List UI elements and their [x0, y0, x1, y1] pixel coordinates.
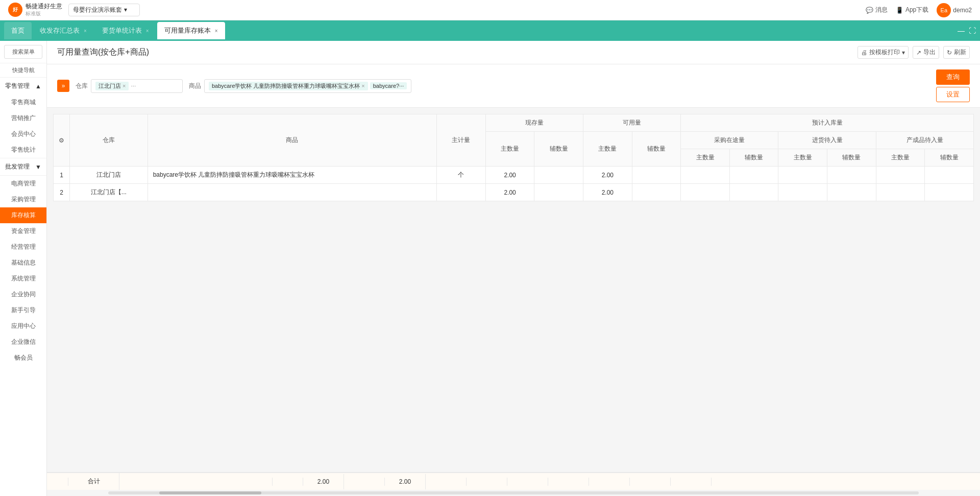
col-warehouse-header: 仓库 [70, 114, 148, 167]
sidebar-item-inventory[interactable]: 库存核算 [0, 207, 46, 223]
msg-button[interactable]: 💬 消息 [866, 6, 888, 14]
tab-available-stock[interactable]: 可用量库存账本 × [157, 22, 225, 39]
main-layout: 搜索菜单 快捷导航 零售管理 ▲ 零售商城 营销推广 会员中心 零售统计 批发管… [0, 41, 980, 496]
warehouse-tag: 江北门店 × [95, 82, 129, 90]
refresh-icon: ↻ [947, 49, 952, 56]
maximize-icon[interactable]: ⛶ [969, 27, 976, 35]
table-area: ⚙ 仓库 商品 主计量 现存量 可用量 预计入库量 主数量 辅数量 主数量 辅数… [47, 108, 980, 472]
logo-area: 好 畅捷通好生意 标准版 [8, 3, 62, 17]
scrollbar[interactable] [47, 490, 980, 496]
footer-cell [119, 478, 273, 486]
cell-purchase-aux [729, 167, 778, 184]
user-menu[interactable]: Ea demo2 [937, 3, 972, 17]
remove-product-tag1[interactable]: × [361, 83, 364, 89]
filter-toggle-button[interactable]: » [57, 80, 69, 92]
col-settings-header[interactable]: ⚙ [54, 114, 70, 167]
footer-cell [467, 478, 507, 486]
page-actions: 🖨 按模板打印 ▾ ↗ 导出 ↻ 刷新 [857, 46, 970, 59]
col-purchase-group-header: 采购在途量 [681, 132, 778, 149]
sidebar-group-wholesale-header[interactable]: 批发管理 ▼ [0, 158, 46, 175]
cell-avail-main: 2.00 [583, 184, 632, 201]
sidebar-item-newbie[interactable]: 新手引导 [0, 302, 46, 318]
sidebar-group-wholesale: 批发管理 ▼ [0, 158, 46, 176]
cell-incoming-main [778, 184, 827, 201]
store-selector[interactable]: 母婴行业演示账套 ▾ [68, 4, 140, 16]
product-filter: 商品 babycare学饮杯 儿童防摔防撞吸管杯重力球吸嘴杯宝宝水杯 × bab… [189, 79, 411, 93]
print-icon: 🖨 [861, 49, 867, 56]
cell-avail-main: 2.00 [583, 167, 632, 184]
cell-incoming-aux [827, 167, 876, 184]
sidebar-item-retail-stats[interactable]: 零售统计 [0, 142, 46, 158]
tab-order-stats[interactable]: 要货单统计表 × [95, 22, 156, 39]
cell-stock-aux [534, 184, 583, 201]
sidebar-item-quick-nav[interactable]: 快捷导航 [0, 63, 46, 78]
close-tab2-icon[interactable]: × [146, 28, 149, 34]
sidebar-item-system[interactable]: 系统管理 [0, 271, 46, 287]
sidebar-item-finance[interactable]: 资金管理 [0, 223, 46, 239]
cell-purchase-aux [729, 184, 778, 201]
footer-cell [630, 478, 671, 486]
sidebar-group-retail: 零售管理 ▲ 零售商城 营销推广 会员中心 零售统计 [0, 78, 46, 158]
refresh-button[interactable]: ↻ 刷新 [943, 46, 970, 59]
query-button[interactable]: 查询 [936, 69, 970, 85]
export-button[interactable]: ↗ 导出 [913, 46, 939, 59]
sidebar: 搜索菜单 快捷导航 零售管理 ▲ 零售商城 营销推广 会员中心 零售统计 批发管… [0, 41, 47, 496]
table-row: 2 江北门店【... 2.00 2.00 [54, 184, 974, 201]
close-tab3-icon[interactable]: × [215, 28, 218, 34]
sidebar-item-member2[interactable]: 畅会员 [0, 350, 46, 366]
col-avail-main-header: 主数量 [583, 132, 632, 167]
col-avail-aux-header: 辅数量 [632, 132, 681, 167]
cell-warehouse: 江北门店【... [70, 184, 148, 201]
cell-prod-main [876, 167, 925, 184]
content-area: 可用量查询(按仓库+商品) 🖨 按模板打印 ▾ ↗ 导出 ↻ 刷新 » [47, 41, 980, 496]
footer-cell [548, 478, 589, 486]
col-prod-aux-header: 辅数量 [925, 149, 974, 167]
sidebar-item-purchase[interactable]: 采购管理 [0, 192, 46, 207]
col-projected-header: 预计入库量 [681, 114, 974, 132]
col-prod-main-header: 主数量 [876, 149, 925, 167]
sidebar-group-retail-header[interactable]: 零售管理 ▲ [0, 78, 46, 95]
product-tag1: babycare学饮杯 儿童防摔防撞吸管杯重力球吸嘴杯宝宝水杯 × [209, 82, 368, 90]
logo-text: 畅捷通好生意 [26, 3, 62, 10]
search-menu-button[interactable]: 搜索菜单 [4, 45, 42, 59]
footer-cell [47, 478, 68, 486]
nav-tabs: 首页 收发存汇总表 × 要货单统计表 × 可用量库存账本 × — ⛶ [0, 20, 980, 41]
cell-product [148, 184, 437, 201]
product-input[interactable]: babycare学饮杯 儿童防摔防撞吸管杯重力球吸嘴杯宝宝水杯 × babyca… [204, 79, 411, 93]
warehouse-input[interactable]: 江北门店 × ··· [91, 79, 183, 93]
sidebar-item-marketing[interactable]: 营销推广 [0, 110, 46, 126]
cell-avail-aux [632, 167, 681, 184]
cell-index: 1 [54, 167, 70, 184]
top-bar: 好 畅捷通好生意 标准版 母婴行业演示账套 ▾ 💬 消息 📱 App下载 Ea … [0, 0, 980, 20]
setting-button[interactable]: 设置 [936, 87, 970, 102]
chevron-down-icon: ▾ [902, 49, 905, 56]
scroll-thumb[interactable] [159, 491, 261, 494]
print-button[interactable]: 🖨 按模板打印 ▾ [857, 46, 909, 59]
sidebar-item-enterprise[interactable]: 企业协同 [0, 287, 46, 302]
top-bar-left: 好 畅捷通好生意 标准版 母婴行业演示账套 ▾ [8, 3, 140, 17]
col-stock-aux-header: 辅数量 [534, 132, 583, 167]
col-production-group-header: 产成品待入量 [876, 132, 973, 149]
sidebar-item-wechat[interactable]: 企业微信 [0, 334, 46, 350]
sidebar-item-retail-shop[interactable]: 零售商城 [0, 95, 46, 110]
cell-purchase-main [681, 167, 730, 184]
sidebar-item-operations[interactable]: 经营管理 [0, 239, 46, 255]
cell-incoming-aux [827, 184, 876, 201]
avatar: Ea [937, 3, 951, 17]
sidebar-item-app-center[interactable]: 应用中心 [0, 318, 46, 334]
minimize-icon[interactable]: — [958, 27, 965, 35]
cell-product: babycare学饮杯 儿童防摔防撞吸管杯重力球吸嘴杯宝宝水杯 [148, 167, 437, 184]
logo-sub: 标准版 [26, 10, 62, 17]
sidebar-item-member[interactable]: 会员中心 [0, 126, 46, 142]
col-available-group-header: 可用量 [583, 114, 681, 132]
sidebar-item-base-info[interactable]: 基础信息 [0, 255, 46, 271]
sidebar-item-ecommerce[interactable]: 电商管理 [0, 176, 46, 192]
app-download-button[interactable]: 📱 App下载 [896, 6, 928, 14]
tab-receive-summary[interactable]: 收发存汇总表 × [33, 22, 94, 39]
cell-avail-aux [632, 184, 681, 201]
footer-cell [344, 478, 385, 486]
remove-warehouse-tag[interactable]: × [122, 83, 126, 89]
cell-unit [437, 184, 486, 201]
close-tab1-icon[interactable]: × [84, 28, 87, 34]
tab-home[interactable]: 首页 [4, 22, 32, 39]
